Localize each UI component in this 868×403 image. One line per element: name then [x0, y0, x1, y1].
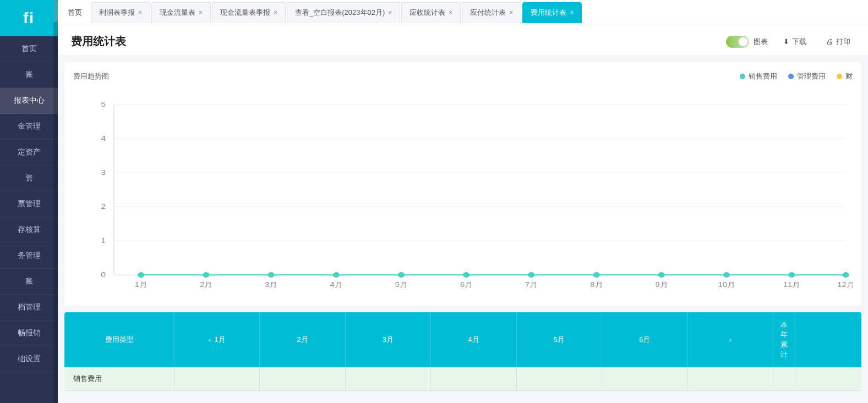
tab-payable-close[interactable]: ×	[509, 9, 513, 16]
sidebar-scrollbar-thumb	[53, 0, 58, 22]
svg-point-26	[203, 272, 209, 278]
sidebar-item-expense[interactable]: 畅报销	[0, 321, 58, 346]
tab-cashflow-label: 现金流量表	[160, 8, 195, 18]
sidebar-item-service[interactable]: 务管理	[0, 243, 58, 269]
legend-admin-label: 管理费用	[797, 71, 826, 81]
col-month6-label: 6月	[639, 335, 650, 345]
tab-expense-stats[interactable]: 费用统计表 ×	[522, 2, 582, 23]
sidebar-item-settings[interactable]: 础设置	[0, 346, 58, 372]
next-month-arrow[interactable]: ›	[729, 335, 731, 344]
sidebar-item-capital[interactable]: 资	[0, 165, 58, 191]
tab-bar: 首页 利润表季报 × 现金流量表 × 现金流量表季报 × 查看_空白报表(202…	[58, 0, 868, 25]
tab-expense-stats-close[interactable]: ×	[570, 9, 574, 16]
col-prev-nav[interactable]: ‹ 1月	[174, 312, 260, 367]
sidebar-item-finance[interactable]: 金管理	[0, 114, 58, 140]
chart-header: 费用趋势图 销售费用 管理费用 财	[73, 71, 853, 81]
svg-point-36	[843, 272, 849, 278]
sidebar-item-ledger[interactable]: 账	[0, 62, 58, 88]
row-sales-m5	[517, 367, 602, 390]
svg-text:5月: 5月	[395, 281, 407, 288]
legend-sales-dot	[740, 74, 745, 79]
svg-text:2月: 2月	[200, 281, 212, 288]
col-month4: 4月	[431, 312, 516, 367]
col-next-nav[interactable]: ›	[688, 312, 773, 367]
svg-point-33	[658, 272, 665, 278]
col-month1-label: 1月	[214, 335, 225, 345]
tab-payable[interactable]: 应付统计表 ×	[462, 2, 521, 23]
row-sales-type: 销售费用	[64, 367, 174, 390]
sidebar-item-assets[interactable]: 定资产	[0, 140, 58, 165]
download-button[interactable]: ⬇ 下载	[779, 35, 811, 49]
row-sales-ytd	[773, 367, 795, 390]
tab-profit-quarterly-label: 利润表季报	[99, 8, 135, 18]
svg-point-27	[268, 272, 274, 278]
col-month3-label: 3月	[383, 335, 394, 345]
tab-profit-quarterly[interactable]: 利润表季报 ×	[91, 2, 150, 23]
legend-admin: 管理费用	[788, 71, 826, 81]
sidebar-item-inventory[interactable]: 存核算	[0, 217, 58, 243]
tab-home-label: 首页	[68, 8, 82, 18]
tab-blank-view[interactable]: 查看_空白报表(2023年02月) ×	[287, 2, 400, 23]
col-ytd: 本年累计	[773, 312, 795, 367]
svg-text:10月: 10月	[718, 281, 735, 288]
row-sales-nav	[688, 367, 773, 390]
page-content: 费用统计表 图表 ⬇ 下载 🖨 打印 费用趋势图	[58, 25, 868, 403]
svg-text:11月: 11月	[783, 281, 800, 288]
svg-text:1月: 1月	[135, 281, 147, 288]
chart-area: 5 4 3 2 1 0 1月 2月 3月 4月 5月 6月 7月 8月 9月	[73, 88, 853, 297]
tab-receivable[interactable]: 应收统计表 ×	[401, 2, 461, 23]
svg-point-31	[528, 272, 534, 278]
svg-point-25	[138, 272, 144, 278]
tab-expense-stats-label: 费用统计表	[531, 8, 566, 18]
col-month2: 2月	[260, 312, 345, 367]
sidebar-item-files[interactable]: 档管理	[0, 295, 58, 321]
svg-text:1: 1	[101, 236, 106, 244]
tab-blank-view-close[interactable]: ×	[388, 9, 392, 16]
page-title: 费用统计表	[71, 34, 126, 49]
row-sales-m1	[174, 367, 260, 390]
chart-toggle-wrap: 图表	[726, 36, 768, 48]
svg-point-28	[333, 272, 340, 278]
sidebar: fi 首页 账 报表中心 金管理 定资产 资 票管理 存核算 务管理 账 档管理…	[0, 0, 58, 403]
legend-sales: 销售费用	[740, 71, 777, 81]
print-label: 打印	[836, 37, 850, 47]
legend-admin-dot	[788, 74, 794, 79]
sidebar-item-home[interactable]: 首页	[0, 36, 58, 62]
prev-month-arrow[interactable]: ‹	[209, 335, 211, 344]
col-type: 费用类型	[64, 312, 174, 367]
tab-cashflow-close[interactable]: ×	[199, 9, 203, 16]
tab-profit-quarterly-close[interactable]: ×	[138, 9, 142, 16]
svg-point-32	[593, 272, 599, 278]
sidebar-item-account2[interactable]: 账	[0, 269, 58, 295]
svg-text:9月: 9月	[656, 281, 668, 288]
tab-cashflow[interactable]: 现金流量表 ×	[151, 2, 211, 23]
svg-text:3: 3	[101, 168, 106, 176]
sidebar-logo: fi	[0, 0, 58, 36]
tab-receivable-label: 应收统计表	[410, 8, 445, 18]
svg-text:5: 5	[101, 100, 106, 108]
tab-cashflow-quarterly-close[interactable]: ×	[274, 9, 277, 16]
sidebar-item-reports[interactable]: 报表中心	[0, 88, 58, 114]
svg-text:8月: 8月	[590, 281, 602, 288]
svg-text:6月: 6月	[460, 281, 472, 288]
chart-section: 费用趋势图 销售费用 管理费用 财	[64, 63, 861, 306]
tab-cashflow-quarterly[interactable]: 现金流量表季报 ×	[212, 2, 286, 23]
col-ytd-label: 本年累计	[779, 320, 789, 360]
col-month6: 6月	[602, 312, 687, 367]
svg-point-29	[398, 272, 405, 278]
print-button[interactable]: 🖨 打印	[822, 35, 855, 49]
svg-text:3月: 3月	[265, 281, 277, 288]
tab-home[interactable]: 首页	[60, 2, 90, 23]
download-icon: ⬇	[783, 37, 789, 46]
tab-receivable-close[interactable]: ×	[449, 9, 452, 16]
legend-finance: 财	[837, 71, 853, 81]
sidebar-item-tickets[interactable]: 票管理	[0, 191, 58, 217]
legend-finance-label: 财	[845, 71, 853, 81]
svg-text:0: 0	[101, 270, 106, 278]
chart-toggle-label: 图表	[754, 37, 768, 47]
chart-toggle[interactable]	[726, 36, 749, 48]
legend-sales-label: 销售费用	[749, 71, 777, 81]
chart-title: 费用趋势图	[73, 71, 109, 81]
col-month2-label: 2月	[297, 335, 308, 345]
col-month5-label: 5月	[554, 335, 565, 345]
